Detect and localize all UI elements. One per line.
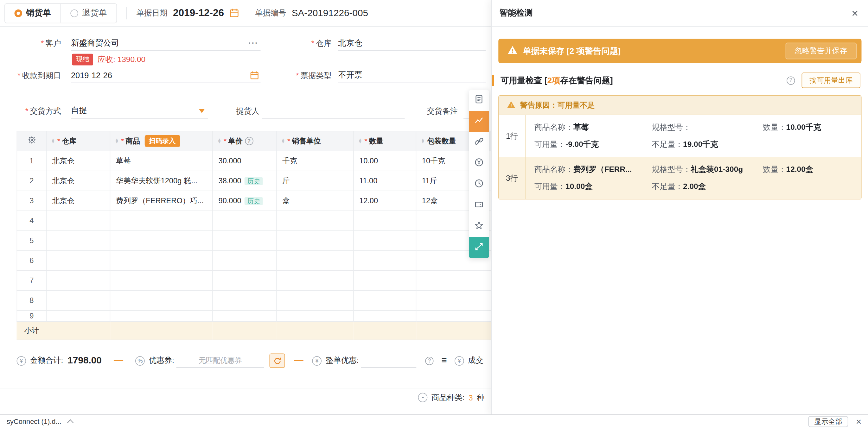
cell-warehouse[interactable]: 北京仓 — [46, 191, 110, 211]
cell-price[interactable] — [213, 310, 276, 322]
warehouse-field[interactable]: 北京仓 — [338, 35, 486, 51]
cell-price[interactable]: 90.000历史 — [213, 191, 276, 211]
cell-unit[interactable] — [276, 291, 353, 310]
due-date-field[interactable]: 2019-12-26 — [71, 68, 261, 83]
gear-icon[interactable] — [27, 135, 36, 147]
history-button[interactable] — [469, 174, 489, 195]
cell-unit[interactable] — [276, 211, 353, 231]
refresh-coupon-button[interactable] — [270, 354, 285, 368]
cell-unit[interactable] — [276, 271, 353, 291]
picker-field[interactable] — [262, 103, 405, 119]
help-icon[interactable]: ? — [245, 137, 253, 145]
show-all-downloads-button[interactable]: 显示全部 — [808, 416, 848, 427]
cell-unit[interactable]: 千克 — [276, 151, 353, 171]
cell-qty[interactable] — [353, 231, 416, 251]
smart-detect-button[interactable] — [469, 111, 489, 132]
history-price-badge[interactable]: 历史 — [245, 177, 263, 185]
collapse-dash-icon[interactable]: — — [294, 355, 304, 366]
ignore-and-save-button[interactable]: 忽略警告并保存 — [785, 43, 857, 60]
invoice-type-field[interactable]: 不开票 — [338, 68, 486, 83]
chevron-up-icon[interactable] — [67, 420, 73, 426]
cell-pkg[interactable] — [416, 310, 491, 322]
cell-pkg[interactable] — [416, 291, 491, 310]
cell-product[interactable]: 费列罗（FERRERO）巧... — [110, 191, 213, 211]
expand-button[interactable] — [469, 237, 489, 258]
order-discount-field[interactable] — [361, 354, 416, 368]
link-button[interactable] — [469, 132, 489, 153]
cell-price[interactable] — [213, 251, 276, 271]
cell-price[interactable] — [213, 271, 276, 291]
scan-entry-button[interactable]: 扫码录入 — [145, 135, 180, 147]
tab-return-order[interactable]: 退货单 — [61, 3, 117, 23]
history-price-badge[interactable]: 历史 — [245, 197, 263, 205]
coupon-button[interactable] — [469, 195, 489, 216]
header-qty[interactable]: 数量 — [353, 131, 416, 151]
cell-unit[interactable] — [276, 251, 353, 271]
header-price[interactable]: 单价? — [213, 131, 276, 151]
cell-warehouse[interactable] — [46, 211, 110, 231]
sort-icon[interactable] — [421, 138, 425, 143]
header-product[interactable]: 商品扫码录入 — [110, 131, 213, 151]
cell-warehouse[interactable]: 北京仓 — [46, 171, 110, 191]
cell-qty[interactable] — [353, 291, 416, 310]
cell-warehouse[interactable]: 北京仓 — [46, 151, 110, 171]
tab-sales-order[interactable]: 销货单 — [5, 3, 61, 23]
money-button[interactable] — [469, 153, 489, 174]
sort-icon[interactable] — [51, 138, 55, 143]
downloaded-file-name[interactable]: syConnect (1).d... — [7, 418, 61, 426]
cell-product[interactable] — [110, 291, 213, 310]
document-notes-button[interactable] — [469, 90, 489, 111]
cell-price[interactable]: 30.000 — [213, 151, 276, 171]
cell-warehouse[interactable] — [46, 231, 110, 251]
favorite-button[interactable] — [469, 216, 489, 237]
sort-icon[interactable] — [217, 138, 221, 143]
collapse-dash-icon[interactable]: — — [114, 355, 123, 366]
ship-by-availability-button[interactable]: 按可用量出库 — [802, 72, 861, 88]
cell-qty[interactable]: 12.00 — [353, 191, 416, 211]
cell-product[interactable]: 华美华夫软饼1200g 糕... — [110, 171, 213, 191]
cell-price[interactable]: 38.000历史 — [213, 171, 276, 191]
cell-pkg[interactable] — [416, 271, 491, 291]
cell-warehouse[interactable] — [46, 271, 110, 291]
cell-unit[interactable]: 斤 — [276, 171, 353, 191]
help-icon[interactable]: ? — [425, 357, 433, 365]
close-icon[interactable]: × — [856, 417, 861, 426]
cell-qty[interactable] — [353, 271, 416, 291]
cell-qty[interactable] — [353, 211, 416, 231]
calendar-icon[interactable] — [229, 8, 240, 19]
cell-product[interactable]: 草莓 — [110, 151, 213, 171]
help-icon[interactable]: ? — [786, 76, 795, 85]
cell-product[interactable] — [110, 231, 213, 251]
cell-unit[interactable] — [276, 231, 353, 251]
header-unit[interactable]: 销售单位 — [276, 131, 353, 151]
cell-product[interactable] — [110, 271, 213, 291]
cell-warehouse[interactable] — [46, 291, 110, 310]
cell-price[interactable] — [213, 211, 276, 231]
cell-warehouse[interactable] — [46, 251, 110, 271]
cell-price[interactable] — [213, 291, 276, 310]
sort-icon[interactable] — [281, 138, 285, 143]
doc-date-value[interactable]: 2019-12-26 — [173, 7, 224, 19]
cell-product[interactable] — [110, 310, 213, 322]
customer-field[interactable]: 新盛商贸公司 ··· — [71, 35, 261, 51]
header-warehouse[interactable]: 仓库 — [46, 131, 110, 151]
cell-price[interactable] — [213, 231, 276, 251]
cell-warehouse[interactable] — [46, 310, 110, 322]
coupon-field[interactable]: 无匹配优惠券 — [177, 354, 264, 368]
sort-icon[interactable] — [115, 138, 119, 143]
close-icon[interactable]: × — [849, 8, 860, 19]
cell-product[interactable] — [110, 251, 213, 271]
more-icon[interactable]: ··· — [248, 38, 261, 48]
chevron-down-icon[interactable] — [199, 109, 205, 116]
cell-qty[interactable]: 11.00 — [353, 171, 416, 191]
cell-product[interactable] — [110, 211, 213, 231]
sort-icon[interactable] — [358, 138, 363, 143]
cell-qty[interactable]: 10.00 — [353, 151, 416, 171]
calendar-icon[interactable] — [250, 70, 260, 80]
column-settings-header[interactable] — [17, 131, 46, 151]
cell-qty[interactable] — [353, 310, 416, 322]
delivery-method-field[interactable]: 自提 — [71, 103, 208, 119]
cell-qty[interactable] — [353, 251, 416, 271]
menu-icon[interactable]: ≡ — [441, 355, 447, 366]
cell-unit[interactable] — [276, 310, 353, 322]
